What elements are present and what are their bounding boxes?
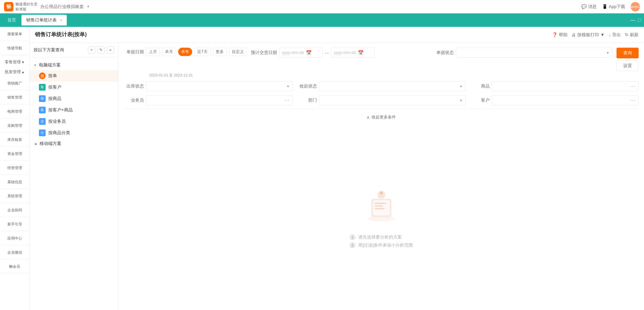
sidebar-item-purchase[interactable]: 采购管理	[0, 118, 29, 133]
help-icon: ❓	[552, 32, 557, 37]
date-btn-more[interactable]: 更多	[213, 48, 227, 56]
product-select[interactable]: ···	[492, 81, 639, 91]
pc-group-label: 电脑端方案	[39, 62, 61, 68]
refresh-icon: ↻	[625, 32, 629, 37]
salesperson-section: 业务员 ···	[124, 95, 293, 105]
avatar: demo2	[631, 2, 640, 11]
date-btn-this-year[interactable]: 本年	[178, 48, 192, 56]
sidebar: 搜索菜单 快捷导航 零售管理 ▼ 批发管理 ▲ 营销推广 销售管理 电商管理 采…	[0, 27, 30, 310]
sidebar-item-new-user[interactable]: 新手引导	[0, 217, 29, 231]
sidebar-item-basic-info[interactable]: 基础信息	[0, 175, 29, 189]
main-layout: 搜索菜单 快捷导航 零售管理 ▼ 批发管理 ▲ 营销推广 销售管理 电商管理 采…	[0, 27, 644, 310]
pc-group-header[interactable]: ▼ 电脑端方案	[30, 60, 118, 70]
scheme-item-by-salesperson[interactable]: 业 按业务员	[30, 116, 118, 127]
mobile-scheme-group: ▶ 移动端方案	[30, 139, 118, 149]
sidebar-item-inventory[interactable]: 库存核算	[0, 133, 29, 147]
mobile-group-header[interactable]: ▶ 移动端方案	[30, 139, 118, 149]
sidebar-item-member[interactable]: 畅会员	[0, 259, 29, 273]
query-button[interactable]: 查询	[616, 48, 639, 58]
scheme-icon-by-category: 分	[39, 130, 46, 136]
scheme-icon-by-order: 按	[39, 72, 46, 79]
date-filter-section: 单据日期 上月 本月 本年 近7天 更多 自定义	[124, 48, 247, 56]
edit-scheme-button[interactable]: ✎	[97, 46, 105, 54]
filter-row-2: 出库状态 ▼ 收款状态 ▼	[124, 81, 639, 91]
refresh-button[interactable]: ↻ 刷新	[625, 32, 639, 38]
wholesale-arrow: ▲	[21, 70, 25, 74]
payment-status-arrow: ▼	[459, 85, 463, 88]
filter-row-3: 业务员 ··· 部门 ▼	[124, 95, 639, 105]
date-btn-custom[interactable]: 自定义	[229, 48, 247, 56]
date-btn-this-month[interactable]: 本月	[162, 48, 176, 56]
date-btn-last-7[interactable]: 近7天	[194, 48, 211, 56]
collapse-panel-button[interactable]: «	[107, 46, 114, 54]
date-input-end[interactable]: yyyy-mm-dd 📅	[331, 48, 375, 58]
message-button[interactable]: 💬 消息	[581, 4, 597, 10]
scheme-item-by-customer[interactable]: 客 按客户	[30, 82, 118, 93]
minimize-icon[interactable]: —	[630, 17, 635, 23]
sidebar-item-quick-nav[interactable]: 快捷导航	[0, 41, 29, 55]
calendar-icon-end: 📅	[358, 50, 364, 55]
template-print-button[interactable]: 🖨 按模板打印 ▼	[572, 32, 605, 38]
scheme-item-by-order[interactable]: 按 按单	[30, 70, 118, 82]
user-profile[interactable]: demo2	[631, 2, 640, 11]
salesperson-dots: ···	[284, 97, 289, 103]
date-buttons-group: 上月 本月 本年 近7天 更多 自定义	[146, 48, 247, 56]
tab-bar: 首页 销售订单统计表 × — □	[0, 13, 644, 27]
mobile-group-arrow: ▶	[35, 142, 38, 146]
salesperson-select[interactable]: ···	[146, 95, 293, 105]
export-button[interactable]: ↓ 导出	[609, 32, 621, 38]
scheme-item-by-cust-product[interactable]: 客 按客户+商品	[30, 104, 118, 116]
tab-home[interactable]: 首页	[3, 15, 21, 25]
sidebar-item-ecommerce[interactable]: 电商管理	[0, 104, 29, 118]
sidebar-item-finance[interactable]: 资金管理	[0, 147, 29, 161]
pc-group-arrow: ▼	[34, 63, 37, 67]
sidebar-item-operations[interactable]: 经营管理	[0, 161, 29, 175]
divider	[3, 56, 26, 56]
collapse-button[interactable]: ∧ 收起更多条件	[364, 112, 398, 123]
collapse-arrow-icon: ∧	[367, 115, 370, 120]
app-download-button[interactable]: 📱 App下载	[602, 4, 625, 10]
date-input-start[interactable]: yyyy-mm-dd 📅	[279, 48, 323, 58]
content-area: 销售订单统计表(按单) ❓ 帮助 🖨 按模板打印 ▼ ↓ 导出 ↻ 刷新	[30, 27, 644, 310]
maximize-icon[interactable]: □	[638, 17, 641, 23]
delivery-status-select[interactable]: ▼	[146, 81, 293, 91]
payment-status-label: 收款状态	[297, 83, 317, 89]
customer-select[interactable]: ···	[492, 95, 639, 105]
left-panel-actions: + ✎ «	[88, 46, 114, 54]
help-button[interactable]: ❓ 帮助	[552, 32, 568, 38]
empty-tip-2: 2 用[过滤]条件来缩小分析范围	[350, 242, 413, 248]
scheme-label-by-salesperson: 按业务员	[48, 118, 66, 124]
payment-status-select[interactable]: ▼	[319, 81, 466, 91]
retail-arrow: ▼	[21, 60, 25, 64]
scheme-label-by-order: 按单	[48, 73, 57, 79]
query-btn-area: 查询 设置	[616, 48, 639, 71]
top-bar: 畅 畅捷通好生意 标准版 办公用品行业模拟账套 ▼ 💬 消息 📱 App下载 d…	[0, 0, 644, 13]
sidebar-item-enterprise[interactable]: 企业协同	[0, 203, 29, 217]
sidebar-item-marketing[interactable]: 营销推广	[0, 76, 29, 90]
scheme-item-by-product[interactable]: 商 按商品	[30, 93, 118, 104]
breadcrumb[interactable]: 办公用品行业模拟账套 ▼	[40, 4, 90, 10]
date-btn-prev-month[interactable]: 上月	[146, 48, 160, 56]
page-title: 销售订单统计表(按单)	[35, 31, 87, 38]
top-bar-left: 畅 畅捷通好生意 标准版 办公用品行业模拟账套 ▼	[4, 2, 90, 11]
sidebar-item-retail[interactable]: 零售管理 ▼	[0, 57, 29, 66]
scheme-label-by-category: 按商品分类	[48, 130, 70, 136]
product-dots: ···	[630, 83, 636, 89]
settings-button[interactable]: 设置	[616, 60, 639, 71]
tab-sales-order[interactable]: 销售订单统计表 ×	[21, 15, 67, 25]
department-select[interactable]: ▼	[319, 95, 466, 105]
tab-close-icon[interactable]: ×	[60, 18, 62, 22]
sidebar-item-system[interactable]: 系统管理	[0, 189, 29, 203]
order-status-select[interactable]: ▼	[456, 48, 612, 58]
sidebar-item-sales[interactable]: 销售管理	[0, 90, 29, 104]
calendar-icon-start: 📅	[306, 50, 312, 55]
scheme-item-by-category[interactable]: 分 按商品分类	[30, 127, 118, 139]
top-bar-right: 💬 消息 📱 App下载 demo2	[581, 2, 640, 11]
sidebar-item-app-center[interactable]: 应用中心	[0, 231, 29, 245]
sidebar-item-enterprise-wechat[interactable]: 企业微信	[0, 245, 29, 259]
download-icon: 📱	[602, 4, 607, 9]
sidebar-item-search-menu[interactable]: 搜索菜单	[0, 27, 29, 41]
department-label: 部门	[297, 97, 317, 103]
sidebar-item-wholesale[interactable]: 批发管理 ▲	[0, 66, 29, 76]
add-scheme-button[interactable]: +	[88, 46, 95, 54]
